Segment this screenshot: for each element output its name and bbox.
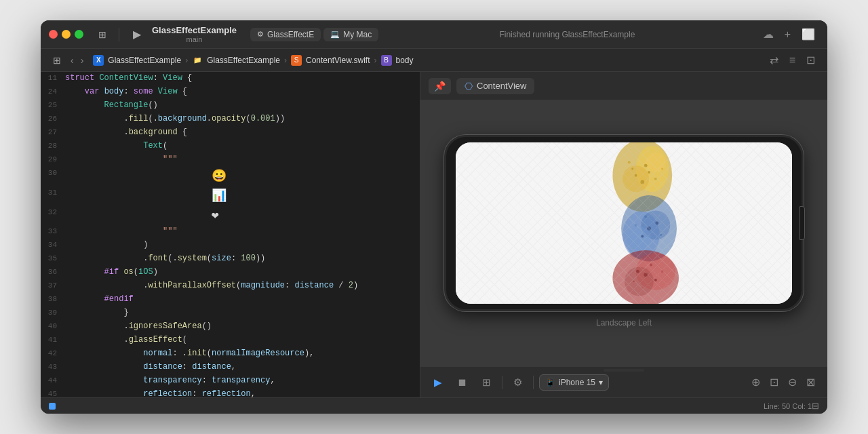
forward-button[interactable]: ›	[78, 54, 87, 67]
code-line-29: 29 """	[41, 153, 420, 167]
inspect-button[interactable]: ⚙	[508, 374, 528, 391]
tab-icon-1: ⚙	[257, 30, 264, 39]
code-line-44: 44 transparency: transparency,	[41, 374, 420, 388]
status-bar: Line: 50 Col: 1 ⊟	[41, 397, 827, 414]
tab-icon-2: 💻	[330, 30, 340, 39]
breadcrumb-file[interactable]: ContentView.swift	[306, 56, 370, 65]
code-line-37: 37 .withParallaxOffset(magnitude: distan…	[41, 279, 420, 293]
maximize-button[interactable]	[75, 30, 83, 39]
back-button[interactable]: ‹	[68, 54, 77, 67]
chevron-down-icon: ▾	[599, 378, 603, 387]
view-badge-icon: ⎔	[465, 81, 473, 92]
code-line-33: 33 """	[41, 225, 420, 239]
code-line-31: 31 📊	[41, 186, 420, 206]
code-line-30: 30 😀	[41, 167, 420, 186]
code-line-38: 38 #endif	[41, 293, 420, 307]
body-icon: B	[381, 55, 392, 66]
code-line-26: 26 .fill(.background.opacity(0.001))	[41, 113, 420, 126]
code-line-40: 40 .ignoresSafeArea()	[41, 320, 420, 334]
close-button[interactable]	[49, 30, 58, 39]
tab1-label: GlassEffectE	[267, 30, 314, 39]
minimize-button[interactable]	[62, 30, 71, 39]
stop-preview-button[interactable]: ⏹	[452, 374, 473, 391]
zoom-controls: ⊕ ⊡ ⊖ ⊠	[747, 373, 819, 391]
iphone-device	[444, 135, 804, 311]
preview-panel: 📌 ⎔ ContentView	[420, 72, 827, 397]
titlebar: ⊞ ▶ GlassEffectExample main ⚙ GlassEffec…	[41, 20, 827, 49]
titlebar-right: ☁ + ⬜	[759, 25, 819, 43]
screen-content	[456, 142, 792, 304]
code-line-11: 11 struct ContentView: View {	[41, 72, 420, 85]
swift-icon: S	[291, 55, 302, 66]
code-line-25: 25 Rectangle()	[41, 99, 420, 113]
view-badge-label: ContentView	[477, 81, 526, 91]
device-selector-icon: 📱	[545, 378, 555, 387]
code-line-41: 41 .glassEffect(	[41, 334, 420, 347]
zoom-in-button[interactable]: ⊕	[747, 373, 764, 391]
breadcrumb-nav: ‹ ›	[68, 54, 86, 67]
sep3: ›	[374, 56, 377, 65]
device-label: Landscape Left	[596, 318, 652, 328]
code-line-39: 39 }	[41, 307, 420, 320]
status-text: Finished running GlassEffectExample	[381, 30, 753, 39]
inspector-button[interactable]: ⊡	[802, 51, 819, 69]
xcode-icon: X	[93, 55, 104, 66]
project-info: GlassEffectExample main	[152, 25, 237, 43]
breadcrumb-folder[interactable]: GlassEffectExample	[207, 56, 280, 65]
breadcrumb-project[interactable]: GlassEffectExample	[108, 56, 181, 65]
line-col-display: Line: 50 Col: 1	[61, 402, 812, 410]
separator2	[533, 376, 534, 389]
project-branch: main	[186, 35, 203, 43]
split-editor-button[interactable]: ⇄	[766, 51, 783, 69]
code-editor[interactable]: 11 struct ContentView: View { 24 var bod…	[41, 72, 420, 397]
tab-mymac[interactable]: 💻 My Mac	[323, 28, 378, 41]
contentview-badge: ⎔ ContentView	[456, 78, 534, 94]
layout-mode-button[interactable]: ⊟	[812, 401, 819, 411]
bottom-indicator	[604, 369, 644, 372]
status-indicator	[49, 403, 56, 410]
zoom-actual-button[interactable]: ⊠	[802, 373, 819, 391]
code-line-34: 34 )	[41, 239, 420, 252]
project-name: GlassEffectExample	[152, 25, 237, 35]
code-line-32: 32 ❤️	[41, 206, 420, 226]
iphone-screen	[456, 142, 792, 304]
device-selector-label: iPhone 15	[559, 378, 595, 387]
layout-button[interactable]: ⬜	[797, 25, 819, 43]
zoom-out-button[interactable]: ⊖	[784, 373, 801, 391]
breadcrumb-bar: ⊞ ‹ › X GlassEffectExample › 📁 GlassEffe…	[41, 49, 827, 72]
pin-button[interactable]: 📌	[429, 78, 451, 94]
screen-pattern	[456, 142, 792, 304]
zoom-fit-button[interactable]: ⊡	[766, 373, 783, 391]
xcode-window: ⊞ ▶ GlassEffectExample main ⚙ GlassEffec…	[41, 20, 827, 414]
tab2-label: My Mac	[343, 30, 372, 39]
minimap-button[interactable]: ≡	[785, 52, 800, 69]
traffic-lights	[49, 30, 83, 39]
code-line-43: 43 distance: distance,	[41, 361, 420, 374]
sidebar-toggle-button[interactable]: ⊞	[94, 26, 111, 43]
sep2: ›	[284, 56, 287, 65]
iphone-body	[444, 135, 804, 311]
separator	[119, 28, 119, 41]
tab-glasseffect[interactable]: ⚙ GlassEffectE	[250, 28, 321, 41]
main-content: 11 struct ContentView: View { 24 var bod…	[41, 72, 827, 397]
add-button[interactable]: +	[781, 26, 795, 43]
grid-view-button[interactable]: ⊞	[49, 52, 65, 68]
code-line-45: 45 reflection: reflection,	[41, 388, 420, 397]
code-line-36: 36 #if os(iOS)	[41, 266, 420, 279]
preview-toolbar: 📌 ⎔ ContentView	[420, 72, 827, 100]
code-line-27: 27 .background {	[41, 126, 420, 140]
device-selector[interactable]: 📱 iPhone 15 ▾	[539, 374, 609, 391]
preview-area: Landscape Left	[420, 100, 827, 366]
side-button	[800, 206, 805, 240]
breadcrumb-symbol[interactable]: body	[396, 56, 414, 65]
grid-preview-button[interactable]: ⊞	[477, 374, 496, 391]
cloud-icon-button[interactable]: ☁	[759, 25, 778, 43]
separator	[502, 376, 502, 389]
folder-icon: 📁	[192, 55, 203, 66]
code-line-35: 35 .font(.system(size: 100))	[41, 252, 420, 266]
play-preview-button[interactable]: ▶	[429, 374, 448, 391]
code-line-42: 42 normal: .init(normalImageResource),	[41, 347, 420, 361]
run-button[interactable]: ▶	[127, 25, 146, 43]
sep1: ›	[185, 56, 188, 65]
code-line-28: 28 Text(	[41, 140, 420, 153]
